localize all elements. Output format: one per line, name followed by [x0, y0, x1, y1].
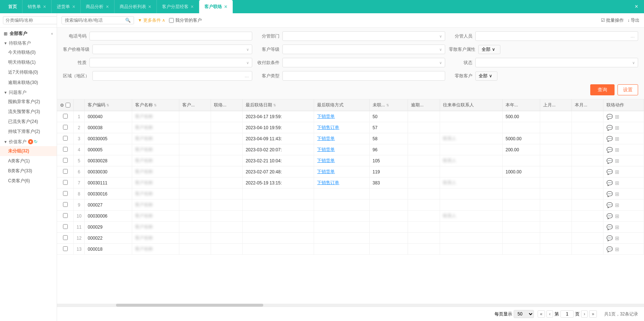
settings-icon[interactable]: ⚙ [60, 103, 64, 108]
sidebar-item-tomorrow-pending[interactable]: 明天待联络(1) [0, 57, 57, 67]
contact-chat-icon-7[interactable]: 💬 [606, 191, 613, 197]
batch-operation-btn[interactable]: ☑ 批量操作 [601, 17, 624, 24]
select-all-checkbox[interactable] [66, 103, 70, 107]
price-level-select[interactable]: ∨ [92, 45, 252, 54]
row-name-5[interactable]: 客户名称 [132, 166, 179, 177]
sidebar-item-today-pending[interactable]: 今天待联络(0) [0, 47, 57, 57]
contact-grid-icon-1[interactable]: ⊞ [615, 125, 619, 131]
tab-home[interactable]: 首页 [3, 0, 22, 13]
row-code-10[interactable]: 000029 [85, 222, 132, 233]
export-btn[interactable]: ↓ 导出 [627, 17, 640, 24]
row-checkbox-12[interactable] [63, 246, 68, 251]
row-name-1[interactable]: 客户名称 [132, 122, 179, 133]
row-code-6[interactable]: 00030111 [85, 177, 132, 188]
nc-sort-icon[interactable]: ⇅ [386, 103, 389, 107]
code-sort-icon[interactable]: ⇅ [106, 103, 109, 107]
customer-type-select[interactable] [282, 71, 445, 81]
row-last-contact-method-0[interactable]: 下销货单 [314, 111, 369, 122]
contact-chat-icon-8[interactable]: 💬 [606, 202, 613, 208]
row-code-5[interactable]: 00030030 [85, 166, 132, 177]
per-page-select[interactable]: 50 20 100 [514, 310, 534, 318]
row-checkbox-8[interactable] [63, 202, 68, 207]
row-name-10[interactable]: 客户名称 [132, 222, 179, 233]
row-name-0[interactable]: 客户名称 [132, 111, 179, 122]
tab-customer-contact[interactable]: 客户联络 × [199, 0, 233, 13]
contact-grid-icon-10[interactable]: ⊞ [615, 224, 619, 230]
row-code-11[interactable]: 000022 [85, 233, 132, 244]
row-last-contact-method-10[interactable] [314, 222, 369, 233]
refresh-icon[interactable]: ↻ [34, 139, 38, 144]
main-search-icon[interactable]: 🔍 [125, 18, 131, 23]
row-name-3[interactable]: 客户名称 [132, 144, 179, 155]
more-filters-btn[interactable]: ▼ 更多条件 ∧ [138, 17, 165, 24]
row-name-12[interactable]: 客户名称 [132, 244, 179, 255]
row-name-7[interactable]: 客户名称 [132, 188, 179, 200]
tab-customer-segment[interactable]: 客户分层经客 × [157, 0, 199, 13]
contact-chat-icon-2[interactable]: 💬 [606, 136, 613, 142]
contact-chat-icon-6[interactable]: 💬 [606, 180, 613, 186]
contact-grid-icon-4[interactable]: ⊞ [615, 158, 619, 164]
row-last-contact-method-8[interactable] [314, 200, 369, 211]
name-sort-icon[interactable]: ⇅ [154, 103, 157, 107]
lcd-sort-icon[interactable]: ⇅ [273, 103, 276, 107]
row-name-4[interactable]: 客户名称 [132, 155, 179, 166]
window-close-button[interactable]: × [632, 3, 641, 10]
contact-grid-icon-9[interactable]: ⊞ [615, 213, 619, 219]
last-page-btn[interactable]: » [589, 310, 597, 318]
first-page-btn[interactable]: « [538, 310, 545, 318]
payment-select[interactable]: ∨ [282, 58, 445, 67]
contact-chat-icon-4[interactable]: 💬 [606, 158, 613, 164]
scrollbar-thumb[interactable] [116, 304, 263, 307]
retail-attr-select[interactable]: 全部 ∨ [478, 45, 500, 54]
contact-chat-icon-10[interactable]: 💬 [606, 224, 613, 230]
phone-input[interactable] [89, 32, 252, 40]
sidebar-item-7day-pending[interactable]: 近7天待联络(0) [0, 67, 57, 77]
contact-grid-icon-12[interactable]: ⊞ [615, 246, 619, 252]
row-code-2[interactable]: 00030005 [85, 133, 132, 144]
my-customers-checkbox[interactable]: 我分管的客户 [169, 17, 202, 24]
sidebar-item-class-a[interactable]: A类客户(1) [0, 156, 57, 166]
row-code-0[interactable]: 000040 [85, 111, 132, 122]
row-checkbox-2[interactable] [63, 136, 68, 141]
row-last-contact-method-3[interactable]: 下销货单 [314, 144, 369, 155]
contact-chat-icon-1[interactable]: 💬 [606, 125, 613, 131]
gender-select[interactable]: ∨ [89, 58, 252, 67]
row-checkbox-6[interactable] [63, 180, 68, 185]
row-last-contact-method-11[interactable] [314, 233, 369, 244]
tab-purchase[interactable]: 进货单 × [52, 0, 81, 13]
reset-button[interactable]: 设置 [617, 84, 638, 95]
contact-grid-icon-6[interactable]: ⊞ [615, 180, 619, 186]
row-code-4[interactable]: 00030028 [85, 155, 132, 166]
tab-purchase-close[interactable]: × [72, 4, 75, 10]
row-name-8[interactable]: 客户名称 [132, 200, 179, 211]
row-name-9[interactable]: 客户名称 [132, 211, 179, 222]
row-checkbox-4[interactable] [63, 158, 68, 163]
dept-select[interactable]: ∨ [282, 31, 445, 41]
contact-chat-icon-5[interactable]: 💬 [606, 169, 613, 175]
tab-customer-contact-close[interactable]: × [224, 4, 227, 10]
row-last-contact-method-5[interactable]: 下销货单 [314, 166, 369, 177]
contact-grid-icon-11[interactable]: ⊞ [615, 235, 619, 241]
retail-customer-select[interactable]: 全部 ∨ [475, 71, 497, 81]
sidebar-all-customers-title[interactable]: ⊞ 全部客户 « [0, 28, 57, 38]
row-last-contact-method-6[interactable]: 下销售订单 [314, 177, 369, 188]
row-name-2[interactable]: 客户名称 [132, 133, 179, 144]
sidebar-item-class-c[interactable]: C类客户(6) [0, 176, 57, 186]
contact-grid-icon-8[interactable]: ⊞ [615, 202, 619, 208]
contact-grid-icon-2[interactable]: ⊞ [615, 136, 619, 142]
tab-customer-segment-close[interactable]: × [191, 4, 194, 10]
row-checkbox-3[interactable] [63, 147, 68, 152]
tab-sales[interactable]: 销售单 × [22, 0, 52, 13]
sidebar-search-input[interactable] [3, 16, 57, 24]
contact-chat-icon-3[interactable]: 💬 [606, 147, 613, 153]
sidebar-value-customers-title[interactable]: ▼ 价值客户 ● ↻ [0, 137, 57, 146]
row-code-9[interactable]: 00030006 [85, 211, 132, 222]
tab-product-analysis[interactable]: 商品分析 × [81, 0, 114, 13]
contact-grid-icon-7[interactable]: ⊞ [615, 191, 619, 197]
sidebar-item-overdue-pending[interactable]: 逾期未联络(30) [0, 78, 57, 88]
tab-product-analysis-list[interactable]: 商品分析列表 × [115, 0, 157, 13]
horizontal-scrollbar[interactable] [57, 304, 644, 307]
tab-sales-close[interactable]: × [43, 4, 46, 10]
contact-chat-icon-11[interactable]: 💬 [606, 235, 613, 241]
sidebar-problem-customers-title[interactable]: ▼ 问题客户 [0, 88, 57, 97]
